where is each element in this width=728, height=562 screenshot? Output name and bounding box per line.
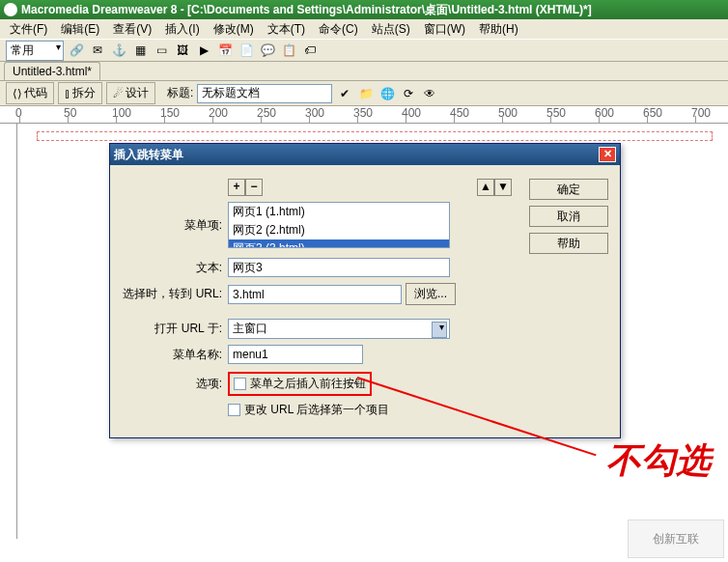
menu-site[interactable]: 站点(S) <box>366 19 416 40</box>
templates-icon[interactable]: 📋 <box>280 42 297 59</box>
menu-window[interactable]: 窗口(W) <box>418 19 471 40</box>
email-link-icon[interactable]: ✉ <box>89 42 106 59</box>
app-logo-icon <box>4 3 17 16</box>
open-in-select[interactable]: 主窗口 <box>228 319 450 339</box>
menu-edit[interactable]: 编辑(E) <box>55 19 105 40</box>
refresh-icon[interactable]: ⟳ <box>400 85 417 102</box>
annotation-text: 不勾选 <box>606 437 711 485</box>
comment-icon[interactable]: 💬 <box>259 42 276 59</box>
list-item[interactable]: 网页1 (1.html) <box>229 203 449 221</box>
preview-icon[interactable]: 🌐 <box>378 85 396 102</box>
file-mgmt-icon[interactable]: 📁 <box>357 85 375 102</box>
ok-button[interactable]: 确定 <box>529 179 608 200</box>
browse-button[interactable]: 浏览... <box>406 283 456 305</box>
div-icon[interactable]: ▭ <box>153 42 170 59</box>
form-outline <box>37 131 713 141</box>
horizontal-ruler: 0501001502002503003504004505005506006507… <box>0 106 728 124</box>
app-title: Macromedia Dreamweaver 8 - [C:\Documents… <box>21 2 592 18</box>
move-up-button[interactable]: ▲ <box>477 179 494 196</box>
menu-commands[interactable]: 命令(C) <box>313 19 364 40</box>
open-in-label: 打开 URL 于: <box>122 321 228 337</box>
title-label: 标题: <box>167 85 193 101</box>
image-icon[interactable]: 🖼 <box>174 42 191 59</box>
date-icon[interactable]: 📅 <box>216 42 234 59</box>
watermark-logo: 创新互联 <box>628 520 724 558</box>
list-item[interactable]: 网页2 (2.html) <box>229 221 449 239</box>
url-input[interactable] <box>228 285 402 304</box>
tag-chooser-icon[interactable]: 🏷 <box>301 42 319 59</box>
validate-icon[interactable]: ✔ <box>336 85 353 102</box>
insert-go-button-checkbox[interactable] <box>234 378 246 390</box>
menu-items-listbox[interactable]: 网页1 (1.html) 网页2 (2.html) 网页3 (3.html) <box>228 202 450 248</box>
design-view-button[interactable]: ☄设计 <box>106 82 155 104</box>
insert-toolbar: 常用 🔗 ✉ ⚓ ▦ ▭ 🖼 ▶ 📅 📄 💬 📋 🏷 <box>0 39 728 62</box>
text-input[interactable] <box>228 258 450 277</box>
option1-text: 菜单之后插入前往按钮 <box>250 376 366 392</box>
watermark-text: 创新互联 <box>653 531 699 548</box>
doc-tab-untitled3[interactable]: Untitled-3.html* <box>4 62 100 80</box>
help-button[interactable]: 帮助 <box>529 233 608 254</box>
dialog-title: 插入跳转菜单 <box>114 147 183 163</box>
menubar: 文件(F) 编辑(E) 查看(V) 插入(I) 修改(M) 文本(T) 命令(C… <box>0 19 728 39</box>
menu-text[interactable]: 文本(T) <box>262 19 311 40</box>
media-icon[interactable]: ▶ <box>195 42 212 59</box>
option1-highlight: 菜单之后插入前往按钮 <box>228 372 372 396</box>
menu-insert[interactable]: 插入(I) <box>159 19 205 40</box>
insert-category-dropdown[interactable]: 常用 <box>6 41 64 61</box>
menu-modify[interactable]: 修改(M) <box>208 19 260 40</box>
menu-file[interactable]: 文件(F) <box>4 19 53 40</box>
code-view-button[interactable]: ⟨⟩代码 <box>6 82 54 104</box>
options-label: 选项: <box>122 376 228 392</box>
hyperlink-icon[interactable]: 🔗 <box>68 42 85 59</box>
insert-jump-menu-dialog: 插入跳转菜单 ✕ 确定 取消 帮助 + − ▲ ▼ 菜单项: 网页1 (1.ht… <box>109 143 621 438</box>
option2-text: 更改 URL 后选择第一个项目 <box>244 402 389 418</box>
vertical-ruler <box>0 124 17 539</box>
named-anchor-icon[interactable]: ⚓ <box>110 42 127 59</box>
add-item-button[interactable]: + <box>228 179 245 196</box>
menu-name-input[interactable] <box>228 345 363 364</box>
url-label: 选择时，转到 URL: <box>122 286 228 302</box>
document-title-input[interactable] <box>197 84 332 103</box>
menu-items-label: 菜单项: <box>122 217 228 234</box>
table-icon[interactable]: ▦ <box>131 42 149 59</box>
view-options-icon[interactable]: 👁 <box>421 85 438 102</box>
split-view-button[interactable]: ⫿拆分 <box>58 82 102 104</box>
menu-help[interactable]: 帮助(H) <box>473 19 524 40</box>
select-first-after-change-checkbox[interactable] <box>228 404 240 416</box>
server-include-icon[interactable]: 📄 <box>238 42 255 59</box>
document-tabs: Untitled-3.html* <box>0 62 728 81</box>
menu-name-label: 菜单名称: <box>122 347 228 363</box>
menu-view[interactable]: 查看(V) <box>107 19 157 40</box>
text-label: 文本: <box>122 260 228 276</box>
cancel-button[interactable]: 取消 <box>529 206 608 227</box>
dialog-titlebar[interactable]: 插入跳转菜单 ✕ <box>110 144 620 165</box>
move-down-button[interactable]: ▼ <box>494 179 512 196</box>
remove-item-button[interactable]: − <box>245 179 263 196</box>
list-item[interactable]: 网页3 (3.html) <box>229 239 449 248</box>
view-toolbar: ⟨⟩代码 ⫿拆分 ☄设计 标题: ✔ 📁 🌐 ⟳ 👁 <box>0 81 728 106</box>
titlebar: Macromedia Dreamweaver 8 - [C:\Documents… <box>0 0 728 19</box>
close-icon[interactable]: ✕ <box>599 147 616 162</box>
